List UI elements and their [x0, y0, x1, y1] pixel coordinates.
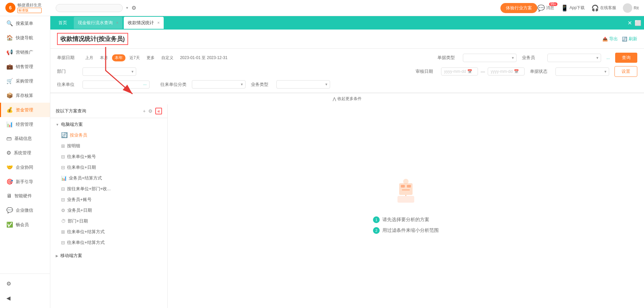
- sidebar-label-inventory: 库存核算: [16, 93, 33, 99]
- tab-receivable-label: 收款情况统计: [128, 20, 154, 26]
- partner-more-icon[interactable]: ···: [143, 82, 147, 87]
- sidebar-item-member[interactable]: ✅ 畅会员: [0, 217, 50, 232]
- sidebar-item-marketing[interactable]: 📢 营销推广: [0, 45, 50, 59]
- scheme-item-partner-settle-1-label: 往来单位+结算方式: [67, 229, 105, 235]
- sidebar-label-purchase: 采购管理: [16, 78, 33, 84]
- dept-select[interactable]: [83, 67, 136, 76]
- salesman-more-btn[interactable]: ...: [606, 55, 610, 60]
- sidebar-item-management[interactable]: 📊 经营管理: [0, 117, 50, 132]
- scheme-group-mobile-label: 移动端方案: [60, 253, 82, 259]
- tab-home[interactable]: 首页: [53, 16, 72, 30]
- sidebar-item-wechat[interactable]: 💬 企业微信: [0, 203, 50, 217]
- scheme-item-detail[interactable]: ⊞ 按明细: [50, 141, 167, 151]
- header-search: ▼ ⚙: [56, 4, 500, 12]
- doc-type-select[interactable]: [463, 54, 517, 62]
- scheme-item-salesman-date[interactable]: ⚙ 业务员+日期: [50, 205, 167, 216]
- scheme-item-partner-date-icon: ⊟: [61, 165, 65, 170]
- scheme-collapse-btn[interactable]: «: [155, 108, 162, 114]
- page-actions: 📤 导出 🔄 刷新: [602, 36, 637, 42]
- date-tab-more[interactable]: 更多: [144, 54, 157, 61]
- scheme-item-dept-date[interactable]: ⏱ 部门+日期: [50, 216, 167, 226]
- scheme-add-btn[interactable]: +: [143, 108, 146, 114]
- sidebar-item-hardware[interactable]: 🖥 智能硬件: [0, 189, 50, 203]
- guide-icon: 🎯: [6, 178, 13, 185]
- date-tab-custom[interactable]: 自定义: [159, 54, 176, 61]
- scheme-item-partner-date[interactable]: ⊟ 往来单位+日期: [50, 162, 167, 173]
- sidebar-item-inventory[interactable]: 📦 库存核算: [0, 88, 50, 103]
- tab-bank-flow-close[interactable]: ×: [116, 20, 118, 25]
- sidebar-item-sales[interactable]: 💼 销售管理: [0, 59, 50, 74]
- scheme-header-title: 按以下方案查询: [56, 108, 86, 114]
- header-gear-icon[interactable]: ⚙: [131, 5, 136, 11]
- scheme-group-desktop-header[interactable]: ▼ 电脑端方案: [50, 119, 167, 130]
- scheme-item-salesman-account[interactable]: ⊟ 业务员+账号: [50, 194, 167, 205]
- review-date-to[interactable]: yyyy-mm-dd 📅: [488, 67, 525, 75]
- scheme-item-partner-settle-2[interactable]: ⊟ 往来单位+结算方式: [50, 237, 167, 248]
- sidebar-collapse[interactable]: ◀: [0, 291, 50, 305]
- scheme-item-partner-settle-1[interactable]: ⊞ 往来单位+结算方式: [50, 226, 167, 237]
- sidebar-item-guide[interactable]: 🎯 新手引导: [0, 174, 50, 189]
- sidebar-label-wechat: 企业微信: [16, 207, 33, 213]
- export-btn[interactable]: 📤 导出: [602, 36, 618, 42]
- tab-bank-flow[interactable]: 现金银行流水查询 ×: [74, 17, 122, 29]
- date-tab-prev-month[interactable]: 上月: [83, 54, 96, 61]
- sidebar-bottom: ⚙ ◀: [0, 273, 50, 308]
- date-tab-this-month[interactable]: 本月: [97, 54, 111, 61]
- sidebar-item-search[interactable]: 🔍 搜索菜单: [0, 16, 50, 31]
- scheme-item-partner-account[interactable]: ⊟ 往来单位+账号: [50, 151, 167, 162]
- query-btn[interactable]: 查询: [615, 53, 637, 63]
- svg-rect-4: [397, 196, 414, 203]
- collapse-icon: ◀: [6, 295, 10, 301]
- system-icon: ⚙: [6, 150, 11, 156]
- review-date-label: 审核日期: [416, 68, 436, 74]
- scheme-item-partner-dept[interactable]: ⊟ 按往来单位+部门+收...: [50, 184, 167, 194]
- sidebar-settings[interactable]: ⚙: [0, 276, 50, 291]
- salesman-select[interactable]: [547, 54, 601, 62]
- sidebar-item-system[interactable]: ⚙ 系统管理: [0, 146, 50, 160]
- biz-type-select[interactable]: [276, 80, 330, 89]
- empty-illustration: [386, 175, 426, 208]
- scheme-item-by-salesman[interactable]: 🔄 按业务员: [50, 130, 167, 141]
- biz-type-select-wrap: ▼: [276, 80, 330, 89]
- scheme-group-mobile-header[interactable]: ▶ 移动端方案: [50, 251, 167, 261]
- collapse-more-conditions[interactable]: ⋀ 收起更多条件: [50, 93, 644, 104]
- partner-category-select[interactable]: [192, 80, 246, 89]
- doc-type-label: 单据类型: [437, 55, 458, 61]
- tab-close-window-icon[interactable]: ✕: [628, 20, 632, 26]
- content-area: 首页 现金银行流水查询 × 收款情况统计 × ✕ ⬜ 收款情况统计(按业务员) …: [50, 16, 644, 308]
- sidebar-item-purchase[interactable]: 🛒 采购管理: [0, 74, 50, 88]
- online-service-item[interactable]: 🎧 在线客服: [591, 4, 616, 12]
- sidebar-item-basic[interactable]: 🗃 基础信息: [0, 132, 50, 146]
- user-avatar-item[interactable]: Rit: [623, 3, 639, 13]
- search-box[interactable]: [56, 4, 123, 12]
- message-item[interactable]: 💬 消息 99+: [537, 4, 554, 12]
- sidebar-item-nav[interactable]: 🏠 快捷导航: [0, 31, 50, 45]
- svg-rect-0: [399, 183, 413, 195]
- tab-receivable[interactable]: 收款情况统计 ×: [124, 17, 164, 29]
- sidebar-item-finance[interactable]: 💰 资金管理: [0, 103, 50, 117]
- search-input[interactable]: [60, 6, 110, 10]
- dropdown-arrow-icon[interactable]: ▼: [125, 6, 129, 10]
- calendar-from-icon: 📅: [467, 69, 472, 74]
- doc-status-select[interactable]: [555, 67, 609, 76]
- member-icon: ✅: [6, 221, 13, 228]
- sidebar-label-finance: 资金管理: [16, 107, 33, 113]
- tab-receivable-close[interactable]: ×: [157, 20, 160, 25]
- date-tab-7days[interactable]: 近7天: [127, 54, 143, 61]
- step-1-num: 1: [373, 216, 380, 223]
- refresh-btn[interactable]: 🔄 刷新: [622, 36, 637, 42]
- review-date-from[interactable]: yyyy-mm-dd 📅: [441, 67, 478, 75]
- finance-icon: 💰: [6, 107, 13, 113]
- trial-btn[interactable]: 体验行业方案: [500, 3, 537, 13]
- sidebar-item-collab[interactable]: 🤝 企业协同: [0, 160, 50, 174]
- scheme-gear-btn[interactable]: ⚙: [148, 108, 153, 114]
- biz-type-label: 业务类型: [251, 82, 271, 88]
- app-download-item[interactable]: 📱 App下载: [561, 4, 585, 12]
- settings-icon: ⚙: [6, 280, 11, 287]
- top-header: 6 畅捷通好生意 标准版 ▼ ⚙ 体验行业方案 💬 消息 99+ 📱 App下载…: [0, 0, 644, 16]
- scheme-item-salesman-settle[interactable]: 📊 业务员+结算方式: [50, 173, 167, 184]
- tab-expand-icon[interactable]: ⬜: [635, 20, 641, 26]
- partner-input[interactable]: ···: [83, 81, 150, 89]
- set-btn[interactable]: 设置: [614, 66, 637, 77]
- date-tab-this-year[interactable]: 本年: [112, 54, 125, 61]
